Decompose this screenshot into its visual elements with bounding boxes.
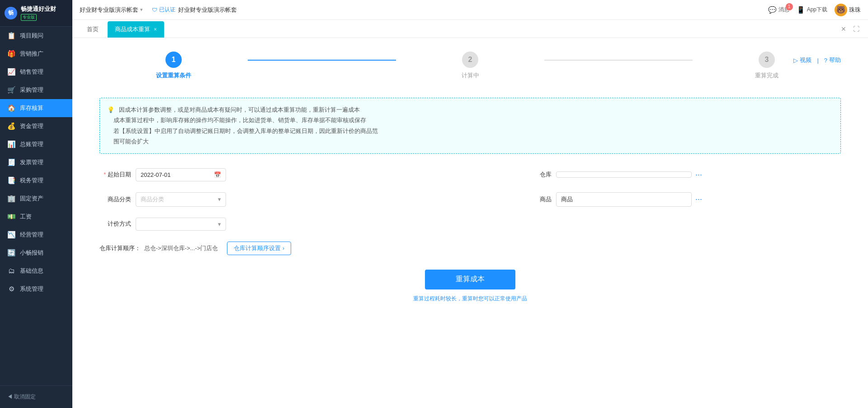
sidebar-item-label-marketing: 营销推广 xyxy=(20,50,43,58)
sidebar-item-label-tax: 税务管理 xyxy=(20,176,43,185)
shield-icon: 🛡 xyxy=(152,7,157,13)
chevron-down-icon: ▾ xyxy=(218,221,221,228)
tax-icon: 📑 xyxy=(7,176,15,185)
sidebar-item-label-inventory: 库存核算 xyxy=(20,104,43,112)
basic-icon: 🗂 xyxy=(7,267,15,275)
form-row-1: 起始日期 2022-07-01 📅 仓库 ··· xyxy=(99,168,841,181)
sidebar-item-marketing[interactable]: 🎁 营销推广 xyxy=(0,45,72,63)
message-icon: 💬 xyxy=(768,6,777,14)
sidebar-item-expense[interactable]: 🔄 小畅报销 xyxy=(0,244,72,262)
tab-home[interactable]: 首页 xyxy=(80,21,106,38)
sidebar-item-purchase[interactable]: 🛒 采购管理 xyxy=(0,81,72,99)
step-1-label: 设置重算条件 xyxy=(156,71,191,80)
operation-icon: 📉 xyxy=(7,231,15,239)
warehouse-label: 仓库 xyxy=(506,171,552,179)
play-icon: ▷ xyxy=(793,57,798,64)
video-button[interactable]: ▷ 视频 xyxy=(793,56,811,64)
system-icon: ⚙ xyxy=(7,285,15,293)
stepper: 1 设置重算条件 2 计算中 3 重算完成 ▷ 视频 | ? xyxy=(99,52,841,80)
marketing-icon: 🎁 xyxy=(7,50,15,58)
sidebar-item-finance[interactable]: 💰 资金管理 xyxy=(0,117,72,135)
step-2: 2 计算中 xyxy=(396,52,544,80)
user-avatar[interactable]: 🐻 珠珠 xyxy=(835,4,861,16)
sidebar-item-label-accounting: 总账管理 xyxy=(20,140,43,148)
goods-more-button[interactable]: ··· xyxy=(692,195,706,204)
company-selector[interactable]: 好业财专业版演示帐套 ▾ xyxy=(80,6,143,14)
step-2-circle: 2 xyxy=(462,52,478,68)
tabs-bar: 首页 商品成本重算 × ✕ ⛶ xyxy=(72,20,868,38)
logo-icon: 畅 xyxy=(5,7,17,19)
tab-cost-recalc[interactable]: 商品成本重算 × xyxy=(108,21,164,38)
start-date-label: 起始日期 xyxy=(99,171,131,179)
submit-area: 重算成本 重算过程耗时较长，重算时您可以正常使用产品 xyxy=(99,270,841,303)
sidebar-item-label-finance: 资金管理 xyxy=(20,122,43,130)
calendar-icon: 📅 xyxy=(214,171,221,178)
sidebar-item-label-assets: 固定资产 xyxy=(20,195,43,203)
sidebar-item-salary[interactable]: 💵 工资 xyxy=(0,208,72,226)
tab-close-icon[interactable]: × xyxy=(154,26,157,33)
logo-text: 畅捷通好业财 专业版 xyxy=(21,5,56,21)
calc-order-settings-button[interactable]: 仓库计算顺序设置 › xyxy=(227,242,291,255)
sidebar-item-system[interactable]: ⚙ 系统管理 xyxy=(0,280,72,298)
expense-icon: 🔄 xyxy=(7,249,15,257)
help-button[interactable]: ? 帮助 xyxy=(824,56,841,64)
notice-box: 💡 因成本计算参数调整，或是对商品成本有疑问时，可以通过成本重算功能，重新计算一… xyxy=(99,98,841,154)
recalc-hint: 重算过程耗时较长，重算时您可以正常使用产品 xyxy=(413,295,527,303)
stepper-actions: ▷ 视频 | ? 帮助 xyxy=(793,56,841,64)
goods-input[interactable]: 商品 xyxy=(556,192,692,207)
bulb-icon: 💡 xyxy=(107,104,114,115)
price-method-label: 计价方式 xyxy=(99,220,131,228)
sidebar-item-label-system: 系统管理 xyxy=(20,285,43,293)
expand-window-button[interactable]: ⛶ xyxy=(852,24,861,33)
sidebar-item-label-expense: 小畅报销 xyxy=(20,249,43,257)
sidebar-item-label-basic: 基础信息 xyxy=(20,267,43,275)
sidebar-item-inventory[interactable]: 🏠 库存核算 xyxy=(0,99,72,117)
sidebar: 畅 畅捷通好业财 专业版 📋 项目顾问 🎁 营销推广 📈 销售管理 🛒 采购管理… xyxy=(0,0,72,408)
price-method-group: 计价方式 ▾ xyxy=(99,218,841,231)
sidebar-item-operation[interactable]: 📉 经营管理 xyxy=(0,226,72,244)
warehouse-group: 仓库 ··· xyxy=(470,170,841,180)
app-download-button[interactable]: 📱 App下载 xyxy=(797,6,827,14)
cancel-pin-button[interactable]: ◀ 取消固定 xyxy=(0,389,72,404)
step-line-2 xyxy=(544,60,693,61)
step-3-label: 重算完成 xyxy=(755,71,778,80)
accounting-icon: 📊 xyxy=(7,140,15,148)
sidebar-item-project[interactable]: 📋 项目顾问 xyxy=(0,27,72,45)
step-2-label: 计算中 xyxy=(462,71,479,80)
warehouse-input[interactable] xyxy=(556,171,692,178)
recalc-button[interactable]: 重算成本 xyxy=(425,270,515,289)
close-window-button[interactable]: ✕ xyxy=(839,24,848,33)
sidebar-item-sales[interactable]: 📈 销售管理 xyxy=(0,63,72,81)
sidebar-item-basic[interactable]: 🗂 基础信息 xyxy=(0,262,72,280)
sidebar-item-accounting[interactable]: 📊 总账管理 xyxy=(0,135,72,153)
category-label: 商品分类 xyxy=(99,195,131,204)
price-method-select[interactable]: ▾ xyxy=(136,218,226,231)
sidebar-item-label-sales: 销售管理 xyxy=(20,68,43,76)
step-1-circle: 1 xyxy=(165,52,182,68)
start-date-input[interactable]: 2022-07-01 📅 xyxy=(136,168,226,181)
sales-icon: 📈 xyxy=(7,68,15,76)
main-area: 好业财专业版演示帐套 ▾ 🛡 已认证 好业财专业版演示帐套 💬 消息 1 📱 A… xyxy=(72,0,868,408)
goods-group: 商品 商品 ··· xyxy=(470,192,841,207)
step-1: 1 设置重算条件 xyxy=(99,52,248,80)
sidebar-item-tax[interactable]: 📑 税务管理 xyxy=(0,171,72,190)
project-icon: 📋 xyxy=(7,32,15,40)
avatar-icon: 🐻 xyxy=(835,4,847,16)
sidebar-item-invoice[interactable]: 🧾 发票管理 xyxy=(0,153,72,171)
calc-order-label: 仓库计算顺序： 总仓->深圳仓库->...->门店仓 xyxy=(99,244,218,252)
category-select[interactable]: 商品分类 ▾ xyxy=(136,192,226,207)
sidebar-nav: 📋 项目顾问 🎁 营销推广 📈 销售管理 🛒 采购管理 🏠 库存核算 💰 资金管… xyxy=(0,27,72,298)
message-button[interactable]: 💬 消息 1 xyxy=(768,6,789,14)
form-row-2: 商品分类 商品分类 ▾ 商品 商品 ··· xyxy=(99,192,841,207)
calc-order-row: 仓库计算顺序： 总仓->深圳仓库->...->门店仓 仓库计算顺序设置 › xyxy=(99,242,841,255)
step-line-1 xyxy=(248,60,396,61)
warehouse-more-button[interactable]: ··· xyxy=(692,170,706,180)
start-date-group: 起始日期 2022-07-01 📅 xyxy=(99,168,470,181)
window-controls: ✕ ⛶ xyxy=(839,24,861,33)
sidebar-item-label-purchase: 采购管理 xyxy=(20,86,43,94)
inventory-icon: 🏠 xyxy=(7,104,15,112)
sidebar-item-assets[interactable]: 🏢 固定资产 xyxy=(0,190,72,208)
assets-icon: 🏢 xyxy=(7,195,15,203)
topbar-right: 💬 消息 1 📱 App下载 🐻 珠珠 xyxy=(768,4,861,16)
sidebar-item-label-operation: 经营管理 xyxy=(20,231,43,239)
